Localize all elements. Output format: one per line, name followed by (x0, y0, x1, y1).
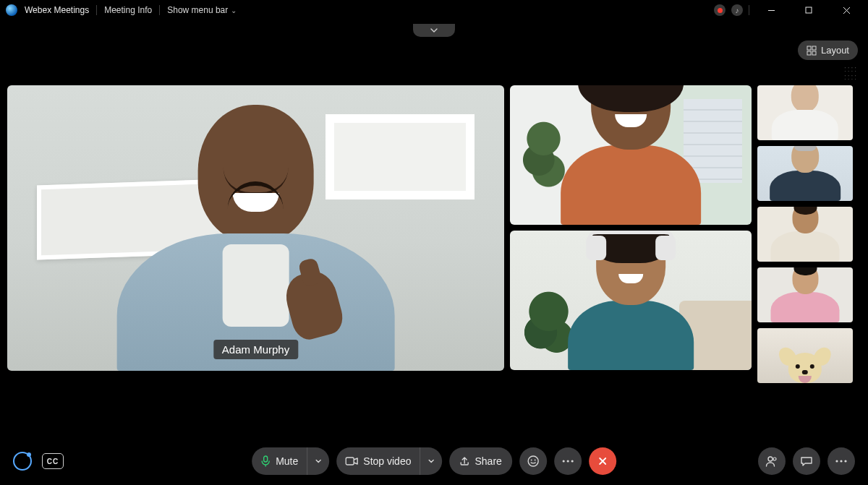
mute-options-button[interactable] (307, 447, 329, 475)
mute-label: Mute (276, 455, 298, 467)
camera-icon (345, 456, 358, 466)
window-minimize-button[interactable] (755, 0, 787, 20)
svg-point-14 (566, 460, 569, 462)
titlebar-expand-handle[interactable] (413, 24, 455, 37)
video-options-button[interactable] (420, 447, 442, 475)
active-speaker-tile[interactable]: Adam Murphy (7, 85, 504, 371)
webex-logo-icon (6, 4, 17, 16)
svg-rect-7 (812, 51, 816, 55)
chevron-down-icon (315, 458, 322, 465)
share-screen-icon (459, 456, 469, 466)
closed-captions-button[interactable]: CC (42, 453, 64, 469)
svg-point-10 (528, 456, 538, 466)
video-stage: Adam Murphy (7, 85, 858, 432)
show-menu-bar-label: Show menu bar (167, 5, 228, 15)
end-call-button[interactable] (589, 447, 616, 475)
layout-button[interactable]: Layout (798, 40, 858, 60)
more-horizontal-icon (835, 460, 847, 463)
divider (96, 5, 97, 15)
microphone-icon (260, 455, 271, 467)
chevron-down-icon (427, 458, 435, 465)
participant-thumbnail[interactable] (757, 207, 853, 262)
smile-icon (527, 455, 540, 468)
participant-thumbnail[interactable] (757, 267, 853, 322)
svg-point-16 (768, 457, 773, 461)
layout-button-label: Layout (821, 45, 849, 56)
svg-point-13 (562, 460, 564, 462)
svg-rect-1 (806, 7, 812, 13)
title-bar: Webex Meetings Meeting Info Show menu ba… (0, 0, 868, 20)
svg-point-12 (534, 460, 535, 461)
svg-point-19 (840, 460, 842, 462)
layout-grid-icon (807, 46, 817, 56)
svg-point-20 (844, 460, 846, 462)
speaker-name-label: Adam Murphy (213, 340, 298, 359)
svg-point-11 (530, 460, 532, 461)
window-close-button[interactable] (830, 0, 862, 20)
stop-video-button[interactable]: Stop video (336, 447, 442, 475)
share-button[interactable]: Share (449, 447, 511, 475)
reactions-button[interactable] (519, 447, 547, 475)
participant-thumbnail[interactable] (757, 328, 853, 383)
participants-panel-button[interactable] (758, 447, 786, 475)
svg-rect-5 (812, 46, 816, 50)
chevron-down-icon: ⌄ (231, 7, 237, 14)
svg-rect-8 (264, 456, 268, 462)
svg-rect-4 (807, 46, 811, 50)
chat-panel-button[interactable] (793, 447, 820, 475)
panel-options-button[interactable] (827, 447, 855, 475)
more-horizontal-icon (562, 460, 574, 463)
app-name: Webex Meetings (25, 5, 89, 15)
participant-tile[interactable] (510, 231, 752, 370)
window-maximize-button[interactable] (793, 0, 825, 20)
share-label: Share (475, 455, 501, 467)
participant-thumbnail[interactable] (757, 146, 853, 201)
more-options-button[interactable] (554, 447, 582, 475)
chat-icon (800, 455, 813, 467)
participant-tile[interactable] (510, 85, 752, 225)
mute-button[interactable]: Mute (252, 447, 329, 475)
recording-indicator-icon[interactable] (714, 4, 726, 16)
svg-point-17 (773, 458, 776, 460)
show-menu-bar-toggle[interactable]: Show menu bar ⌄ (167, 5, 237, 15)
divider (749, 5, 749, 15)
stop-video-label: Stop video (363, 455, 411, 467)
svg-point-18 (835, 460, 838, 462)
audio-settings-icon[interactable] (731, 4, 743, 16)
panel-drag-handle-icon[interactable]: :::::::: (844, 65, 858, 81)
meeting-info-menu[interactable]: Meeting Info (104, 5, 152, 15)
divider (159, 5, 160, 15)
svg-point-15 (571, 460, 573, 462)
bottom-toolbar: CC Mute Stop video Share (0, 437, 868, 485)
svg-rect-6 (807, 51, 811, 55)
svg-rect-9 (346, 458, 354, 465)
close-icon (597, 456, 608, 466)
webex-assistant-button[interactable] (13, 452, 32, 471)
participants-icon (765, 455, 778, 467)
participant-thumbnail[interactable] (757, 85, 853, 140)
